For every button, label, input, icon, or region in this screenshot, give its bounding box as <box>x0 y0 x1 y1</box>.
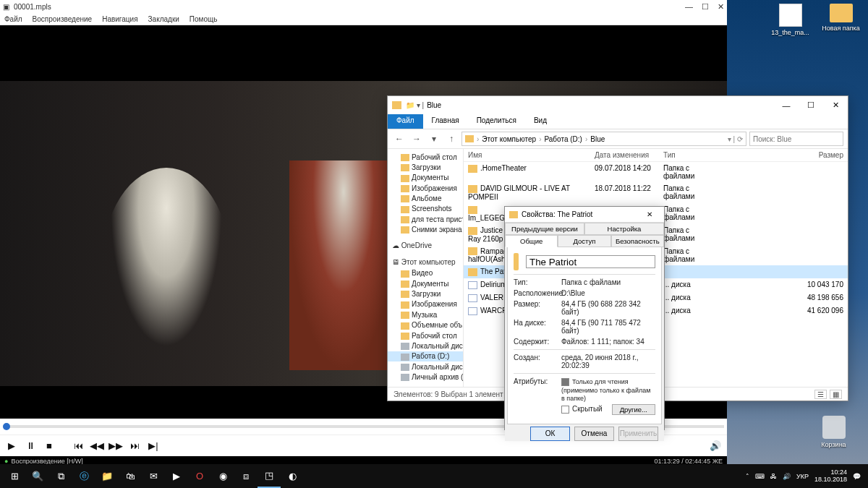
tray-icon[interactable]: ⌨ <box>755 473 765 480</box>
tray-volume-icon[interactable]: 🔊 <box>783 473 791 480</box>
explorer-titlebar[interactable]: 📁 ▾ | Blue — ☐ ✕ <box>388 96 848 114</box>
other-attributes-button[interactable]: Другие... <box>612 404 655 415</box>
nav-item[interactable]: Изображения <box>388 183 463 193</box>
nav-item[interactable]: Изображения <box>388 299 463 309</box>
prev-button[interactable]: ⏮ <box>71 439 85 453</box>
taskbar-opera[interactable]: O <box>188 464 211 488</box>
nav-history-button[interactable]: ▾ <box>427 134 441 144</box>
nav-onedrive[interactable]: ☁ OneDrive <box>388 239 463 252</box>
tray-notifications-icon[interactable]: 💬 <box>853 473 861 480</box>
nav-item[interactable]: Рабочий стол <box>388 152 463 162</box>
nav-item[interactable]: Локальный диск... <box>388 361 463 372</box>
nav-item[interactable]: Видео <box>388 268 463 278</box>
nav-item[interactable]: Локальный диск... <box>388 341 463 351</box>
nav-this-pc[interactable]: 🖥 Этот компьютер <box>388 256 463 268</box>
desktop-icon-file[interactable]: 13_the_ma... <box>770 4 810 36</box>
tab-sharing[interactable]: Доступ <box>558 235 610 247</box>
start-button[interactable]: ⊞ <box>3 464 26 488</box>
menu-navigation[interactable]: Навигация <box>102 15 137 23</box>
nav-item[interactable]: Альбоме <box>388 193 463 203</box>
nav-item[interactable]: Загрузки <box>388 289 463 299</box>
checkbox-hidden[interactable]: Скрытый <box>561 405 603 414</box>
minimize-button[interactable]: — <box>774 96 799 114</box>
close-button[interactable]: ✕ <box>639 207 660 223</box>
player-titlebar[interactable]: ▣ 00001.mpls — ☐ ✕ <box>0 0 727 13</box>
seek-thumb[interactable] <box>3 423 10 430</box>
tab-security[interactable]: Безопасность <box>611 235 664 247</box>
rewind-button[interactable]: ◀◀ <box>90 439 104 453</box>
search-input[interactable] <box>749 132 843 146</box>
search-button[interactable]: 🔍 <box>26 464 49 488</box>
nav-item[interactable]: для теста прист... <box>388 214 463 224</box>
nav-item[interactable]: Документы <box>388 173 463 183</box>
menu-file[interactable]: Файл <box>4 15 22 23</box>
stop-button[interactable]: ■ <box>42 439 56 453</box>
tab-customize[interactable]: Настройка <box>584 223 664 235</box>
next-button[interactable]: ⏭ <box>127 439 142 453</box>
taskbar-chrome[interactable]: ◉ <box>211 464 234 488</box>
volume-icon[interactable]: 🔊 <box>708 439 723 453</box>
ribbon-tab-view[interactable]: Вид <box>525 114 556 129</box>
ribbon-tab-home[interactable]: Главная <box>423 114 468 129</box>
taskbar-player[interactable]: ◳ <box>258 464 281 488</box>
taskbar-mail[interactable]: ✉ <box>142 464 165 488</box>
nav-up-button[interactable]: ↑ <box>444 134 459 144</box>
folder-name-input[interactable] <box>526 255 655 268</box>
breadcrumb-item[interactable]: Blue <box>590 135 605 143</box>
col-size[interactable]: Размер <box>724 149 848 161</box>
taskbar-app[interactable]: ◐ <box>281 464 304 488</box>
tray-clock[interactable]: 10:24 18.10.2018 <box>814 469 847 484</box>
taskbar-app[interactable]: ▶ <box>165 464 188 488</box>
nav-item[interactable]: Снимки экрана <box>388 225 463 235</box>
desktop-icon-folder[interactable]: Новая папка <box>821 4 861 36</box>
close-button[interactable]: ✕ <box>718 2 724 12</box>
col-name[interactable]: Имя <box>464 149 590 161</box>
ribbon-tab-file[interactable]: Файл <box>388 114 423 129</box>
taskview-button[interactable]: ⧉ <box>49 464 72 488</box>
file-row[interactable]: DAVID GILMOUR - LIVE AT POMPEII18.07.201… <box>464 182 848 203</box>
nav-item[interactable]: Музыка <box>388 309 463 320</box>
menu-bookmarks[interactable]: Закладки <box>148 15 179 23</box>
ok-button[interactable]: ОК <box>530 427 570 441</box>
menu-playback[interactable]: Воспроизведение <box>33 15 93 23</box>
nav-item[interactable]: Документы <box>388 278 463 288</box>
address-input[interactable]: › Этот компьютер › Работа (D:) › Blue ▾ … <box>461 132 746 146</box>
col-type[interactable]: Тип <box>659 149 724 161</box>
taskbar-store[interactable]: 🛍 <box>119 464 142 488</box>
minimize-button[interactable]: — <box>685 2 693 12</box>
pause-button[interactable]: ⏸ <box>23 439 38 453</box>
close-button[interactable]: ✕ <box>823 96 848 114</box>
apply-button[interactable]: Применить <box>618 427 658 441</box>
ribbon-tab-share[interactable]: Поделиться <box>468 114 525 129</box>
nav-item[interactable]: Загрузки <box>388 162 463 172</box>
breadcrumb-item[interactable]: Работа (D:) <box>544 135 582 143</box>
col-date[interactable]: Дата изменения <box>590 149 659 161</box>
maximize-button[interactable]: ☐ <box>799 96 823 114</box>
view-icons-button[interactable]: ▦ <box>830 390 842 399</box>
nav-item[interactable]: Работа (D:) <box>388 351 463 361</box>
nav-back-button[interactable]: ← <box>392 134 407 144</box>
nav-item[interactable]: Screenshots <box>388 204 463 214</box>
maximize-button[interactable]: ☐ <box>702 2 709 12</box>
props-titlebar[interactable]: Свойства: The Patriot ✕ <box>505 207 664 223</box>
file-row[interactable]: .HomeTheater09.07.2018 14:20Папка с файл… <box>464 162 848 182</box>
tray-language[interactable]: УКР <box>796 473 809 480</box>
step-button[interactable]: ▶| <box>146 439 161 453</box>
view-details-button[interactable]: ☰ <box>814 390 827 399</box>
tab-prev-versions[interactable]: Предыдущие версии <box>505 223 584 235</box>
taskbar-app[interactable]: ⧈ <box>234 464 258 488</box>
forward-button[interactable]: ▶▶ <box>109 439 123 453</box>
taskbar-explorer[interactable]: 📁 <box>95 464 119 488</box>
nav-item[interactable]: Личный архив (...) <box>388 372 463 382</box>
nav-forward-button[interactable]: → <box>409 134 424 144</box>
tray-chevron-icon[interactable]: ˄ <box>746 473 749 480</box>
menu-help[interactable]: Помощь <box>190 15 218 23</box>
breadcrumb-item[interactable]: Этот компьютер <box>482 135 536 143</box>
nav-item[interactable]: Рабочий стол <box>388 330 463 341</box>
recycle-bin[interactable]: Корзина <box>814 416 854 448</box>
tab-general[interactable]: Общие <box>505 235 558 247</box>
nav-item[interactable]: Объемные объ... <box>388 320 463 330</box>
tray-network-icon[interactable]: 🖧 <box>770 473 777 480</box>
taskbar-app[interactable]: ⓔ <box>72 464 95 488</box>
play-button[interactable]: ▶ <box>4 439 19 453</box>
